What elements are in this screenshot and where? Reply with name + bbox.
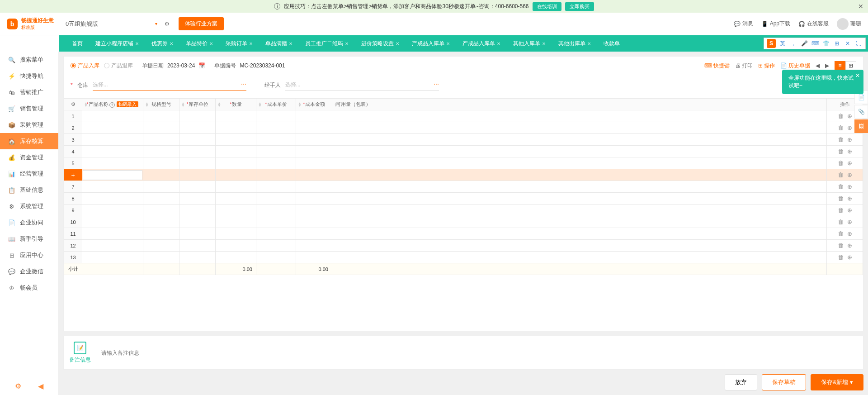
- sidebar-item-11[interactable]: 📖新手引导: [0, 231, 58, 247]
- delete-icon[interactable]: 🗑: [838, 254, 844, 261]
- close-icon[interactable]: ✕: [497, 41, 500, 46]
- scan-button[interactable]: 扫码录入: [117, 101, 138, 107]
- close-icon[interactable]: ✕: [345, 41, 349, 46]
- history-link[interactable]: 📄历史单据: [780, 62, 810, 70]
- app-download-link[interactable]: 📱App下载: [761, 20, 790, 28]
- table-row[interactable]: 7 🗑⊕: [64, 181, 863, 193]
- table-row[interactable]: 8 🗑⊕: [64, 193, 863, 205]
- buy-now-button[interactable]: 立即购买: [565, 2, 594, 11]
- close-icon[interactable]: ✕: [446, 41, 450, 46]
- delete-icon[interactable]: 🗑: [838, 219, 844, 225]
- ime-toolbar[interactable]: S 英 , 🎤 ⌨ 👕 ⊞ ✕ ⛶: [764, 38, 866, 49]
- copy-icon[interactable]: ⊕: [847, 195, 852, 202]
- gear-icon[interactable]: ⚙: [165, 21, 170, 27]
- sidebar-item-4[interactable]: 📦采购管理: [0, 117, 58, 133]
- settings-icon[interactable]: ⚙: [15, 382, 21, 390]
- copy-icon[interactable]: ⊕: [847, 148, 852, 155]
- delete-icon[interactable]: 🗑: [838, 160, 844, 167]
- sidebar-item-10[interactable]: 📄企业协同: [0, 214, 58, 231]
- delete-icon[interactable]: 🗑: [838, 171, 844, 178]
- discard-button[interactable]: 放弃: [725, 374, 757, 390]
- close-icon[interactable]: ✕: [587, 41, 591, 46]
- close-icon[interactable]: ✕: [170, 41, 173, 46]
- sidebar-item-13[interactable]: 💬企业微信: [0, 263, 58, 280]
- col-price[interactable]: ▲▼*成本单价: [256, 99, 296, 110]
- copy-icon[interactable]: ⊕: [847, 136, 852, 143]
- try-industry-button[interactable]: 体验行业方案: [179, 17, 224, 30]
- tab-miniprogram[interactable]: 建立小程序店铺✕: [89, 35, 145, 52]
- close-icon[interactable]: ✕: [396, 41, 399, 46]
- table-row[interactable]: 10 🗑⊕: [64, 216, 863, 228]
- sidebar-item-7[interactable]: 📊经营管理: [0, 166, 58, 182]
- sidebar-item-6[interactable]: 💰资金管理: [0, 149, 58, 166]
- org-selector[interactable]: 0五组旗舰版 ▾ ⚙: [66, 20, 170, 28]
- chevron-down-icon[interactable]: ▾: [155, 21, 157, 26]
- tab-qrcode[interactable]: 员工推广二维码✕: [299, 35, 355, 52]
- col-amount[interactable]: ▲▼*成本金额: [296, 99, 332, 110]
- close-icon[interactable]: ✕: [135, 41, 139, 46]
- user-menu[interactable]: 珊珊: [837, 18, 861, 30]
- col-qty[interactable]: ▲▼*数量: [216, 99, 256, 110]
- sidebar-item-14[interactable]: ♔畅会员: [0, 280, 58, 296]
- delete-icon[interactable]: 🗑: [838, 136, 844, 143]
- table-row[interactable]: 13 🗑⊕: [64, 252, 863, 263]
- table-row[interactable]: + 🗑⊕: [64, 169, 863, 181]
- sidebar-item-0[interactable]: 🔍搜索菜单: [0, 52, 58, 68]
- radio-stock-out[interactable]: 产品退库: [104, 62, 133, 70]
- sidebar-item-5[interactable]: 🏠库存核算: [0, 133, 58, 149]
- copy-icon[interactable]: ⊕: [847, 219, 852, 225]
- ime-lang[interactable]: 英: [778, 39, 787, 48]
- prev-button[interactable]: ◀: [816, 62, 820, 69]
- more-icon[interactable]: ⋯: [241, 81, 246, 89]
- more-icon[interactable]: ⋯: [434, 81, 439, 89]
- close-icon[interactable]: ✕: [855, 72, 860, 79]
- tab-special[interactable]: 单品特价✕: [179, 35, 219, 52]
- copy-icon[interactable]: ⊕: [847, 207, 852, 214]
- copy-icon[interactable]: ⊕: [847, 230, 852, 237]
- sidebar-item-1[interactable]: ⚡快捷导航: [0, 68, 58, 84]
- table-row[interactable]: 12 🗑⊕: [64, 240, 863, 252]
- table-row[interactable]: 3 🗑⊕: [64, 134, 863, 146]
- online-service-link[interactable]: 🎧在线客服: [798, 20, 829, 28]
- sidebar-item-2[interactable]: 🛍营销推广: [0, 84, 58, 100]
- ime-grid-icon[interactable]: ⊞: [833, 39, 841, 48]
- copy-icon[interactable]: ⊕: [847, 171, 852, 178]
- copy-icon[interactable]: ⊕: [847, 242, 852, 249]
- close-icon[interactable]: ✕: [249, 41, 253, 46]
- tab-purchase-order[interactable]: 采购订单✕: [219, 35, 259, 52]
- delete-icon[interactable]: 🗑: [838, 195, 844, 202]
- tab-coupon[interactable]: 优惠券✕: [145, 35, 179, 52]
- sidebar-item-8[interactable]: 📋基础信息: [0, 182, 58, 198]
- ime-keyboard-icon[interactable]: ⌨: [811, 39, 819, 48]
- close-icon[interactable]: ✕: [542, 41, 546, 46]
- copy-icon[interactable]: ⊕: [847, 113, 852, 119]
- radio-stock-in[interactable]: 产品入库: [71, 62, 99, 70]
- ime-expand-icon[interactable]: ⛶: [854, 39, 863, 48]
- col-available[interactable]: ▲▼可用量（包装）: [332, 99, 827, 110]
- messages-link[interactable]: 💬消息: [734, 20, 753, 28]
- ime-skin-icon[interactable]: 👕: [822, 39, 830, 48]
- delete-icon[interactable]: 🗑: [838, 148, 844, 155]
- col-gear[interactable]: ⚙: [64, 99, 82, 110]
- tab-stock-in-2[interactable]: 产成品入库单✕: [456, 35, 507, 52]
- tab-stock-in-1[interactable]: 产成品入库单✕: [406, 35, 456, 52]
- ime-close-icon[interactable]: ✕: [844, 39, 852, 48]
- close-icon[interactable]: ✕: [289, 41, 292, 46]
- tab-home[interactable]: 首页: [66, 35, 89, 52]
- delete-icon[interactable]: 🗑: [838, 242, 844, 249]
- remarks-input[interactable]: [98, 346, 858, 360]
- operate-link[interactable]: ⊞操作: [758, 62, 775, 70]
- delete-icon[interactable]: 🗑: [838, 207, 844, 214]
- table-row[interactable]: 5 🗑⊕: [64, 157, 863, 169]
- save-new-button[interactable]: 保存&新增 ▾: [811, 374, 863, 390]
- product-name-input[interactable]: [83, 170, 142, 180]
- ime-mic-icon[interactable]: 🎤: [800, 39, 808, 48]
- sidebar-item-9[interactable]: ⚙系统管理: [0, 198, 58, 214]
- rail-attach-icon[interactable]: 📎: [854, 105, 868, 119]
- delete-icon[interactable]: 🗑: [838, 230, 844, 237]
- ime-punct-icon[interactable]: ,: [789, 39, 797, 48]
- delete-icon[interactable]: 🗑: [838, 124, 844, 131]
- tab-other-out[interactable]: 其他出库单✕: [552, 35, 597, 52]
- table-row[interactable]: 4 🗑⊕: [64, 146, 863, 157]
- save-draft-button[interactable]: 保存草稿: [762, 374, 806, 390]
